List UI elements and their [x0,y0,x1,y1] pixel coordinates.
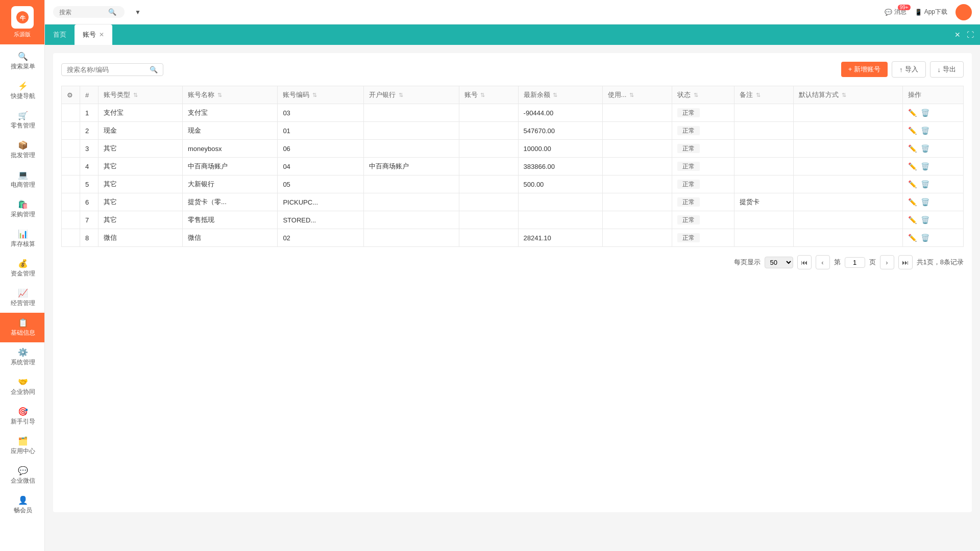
add-account-button[interactable]: + 新增账号 [841,62,888,77]
edit-icon-0[interactable]: ✏️ [908,109,917,117]
row-settlement-5 [794,193,903,211]
tab-expand-icon[interactable]: ⛶ [965,29,976,41]
row-type-3: 其它 [99,158,183,176]
app-download-button[interactable]: 📱 App下载 [915,8,947,16]
message-button[interactable]: 💬 消息 99+ [885,8,906,16]
row-name-5: 提货卡（零... [182,193,277,211]
row-actions-0: ✏️ 🗑️ [903,104,964,122]
export-button[interactable]: ↓ 导出 [930,61,964,78]
last-page-button[interactable]: ⏭ [898,255,913,269]
sidebar-item-app-center[interactable]: 🗂️应用中心 [0,431,44,461]
row-code-6: STORED... [278,211,364,229]
sidebar-item-member[interactable]: 👤畅会员 [0,490,44,520]
row-account-0 [459,104,518,122]
page-input[interactable] [845,257,865,268]
sidebar-item-quick-nav[interactable]: ⚡快捷导航 [0,76,44,106]
table-header-row: ⚙ # 账号类型 ⇅ 账号名称 ⇅ 账号编码 ⇅ 开户银行 ⇅ 账号 ⇅ 最新余… [62,86,964,104]
delete-icon-5[interactable]: 🗑️ [921,198,929,206]
row-settlement-3 [794,158,903,176]
sidebar-item-new-guide[interactable]: 🎯新手引导 [0,402,44,431]
edit-icon-2[interactable]: ✏️ [908,144,917,153]
sidebar-item-capital-mgmt[interactable]: 💰资金管理 [0,254,44,283]
tab-accounts[interactable]: 账号 ✕ [75,24,112,45]
import-button[interactable]: ↑ 导入 [892,61,926,78]
import-icon: ↑ [899,66,903,73]
row-status-4: 正常 [672,176,734,193]
delete-icon-7[interactable]: 🗑️ [921,234,929,242]
ops-mgmt-icon: 📈 [18,288,28,298]
biz-wechat-icon: 💬 [18,466,28,475]
delete-icon-1[interactable]: 🗑️ [921,127,929,135]
delete-icon-2[interactable]: 🗑️ [921,144,929,153]
tab-home-label: 首页 [53,30,66,39]
next-page-button[interactable]: › [880,255,894,269]
edit-icon-4[interactable]: ✏️ [908,180,917,188]
tab-accounts-label: 账号 [83,30,96,39]
sidebar-item-ops-mgmt[interactable]: 📈经营管理 [0,283,44,313]
col-account[interactable]: 账号 ⇅ [459,86,518,104]
col-settings[interactable]: ⚙ [62,86,80,104]
row-settlement-0 [794,104,903,122]
sidebar-item-retail-mgmt[interactable]: 🛒零售管理 [0,106,44,135]
row-type-0: 支付宝 [99,104,183,122]
account-search-input[interactable] [67,66,146,73]
account-search-wrap[interactable]: 🔍 [61,63,163,76]
row-settings-4 [62,176,80,193]
sidebar-item-ecom-mgmt[interactable]: 💻电商管理 [0,165,44,194]
col-type[interactable]: 账号类型 ⇅ [99,86,183,104]
table-row: 5 其它 大新银行 05 500.00 正常 ✏️ 🗑️ [62,176,964,193]
edit-icon-6[interactable]: ✏️ [908,216,917,224]
row-status-5: 正常 [672,193,734,211]
avatar[interactable] [955,4,972,20]
global-search-bar[interactable]: 🔍 [53,6,125,18]
tab-collapse-icon[interactable]: ✕ [952,29,963,41]
delete-icon-6[interactable]: 🗑️ [921,216,929,224]
row-type-6: 其它 [99,211,183,229]
edit-icon-5[interactable]: ✏️ [908,198,917,206]
row-status-2: 正常 [672,140,734,158]
tab-home[interactable]: 首页 [45,24,75,45]
col-code[interactable]: 账号编码 ⇅ [278,86,364,104]
row-usage-4 [602,176,672,193]
sidebar-item-wholesale-mgmt[interactable]: 📦批发管理 [0,135,44,165]
row-bank-3: 中百商场账户 [364,158,459,176]
app-icon: 📱 [915,9,922,16]
col-bank[interactable]: 开户银行 ⇅ [364,86,459,104]
sidebar-item-biz-agreement[interactable]: 🤝企业协同 [0,372,44,402]
col-status[interactable]: 状态 ⇅ [672,86,734,104]
sidebar-nav: 🔍搜索菜单⚡快捷导航🛒零售管理📦批发管理💻电商管理🛍️采购管理📊库存核算💰资金管… [0,44,44,551]
global-search-input[interactable] [59,9,105,16]
row-type-5: 其它 [99,193,183,211]
delete-icon-4[interactable]: 🗑️ [921,180,929,188]
sidebar-item-biz-wechat[interactable]: 💬企业微信 [0,461,44,490]
sidebar-item-purchase-mgmt[interactable]: 🛍️采购管理 [0,194,44,224]
row-index-3: 4 [80,158,99,176]
row-type-4: 其它 [99,176,183,193]
sidebar-item-search-menu[interactable]: 🔍搜索菜单 [0,46,44,76]
edit-icon-3[interactable]: ✏️ [908,162,917,170]
row-index-5: 6 [80,193,99,211]
sidebar-item-basic-info[interactable]: 📋基础信息 [0,313,44,342]
col-remark[interactable]: 备注 ⇅ [734,86,794,104]
delete-icon-3[interactable]: 🗑️ [921,162,929,170]
sidebar-item-label: 应用中心 [11,447,35,456]
edit-icon-1[interactable]: ✏️ [908,127,917,135]
header-dropdown[interactable]: ▼ [131,7,145,18]
sidebar-item-sys-mgmt[interactable]: ⚙️系统管理 [0,342,44,372]
col-name[interactable]: 账号名称 ⇅ [182,86,277,104]
search-icon: 🔍 [108,8,116,16]
prev-page-button[interactable]: ‹ [816,255,830,269]
row-bank-2 [364,140,459,158]
delete-icon-0[interactable]: 🗑️ [921,109,929,117]
col-default-settlement[interactable]: 默认结算方式 ⇅ [794,86,903,104]
sidebar-item-inventory-check[interactable]: 📊库存核算 [0,224,44,254]
sidebar-item-label: 新手引导 [11,417,35,426]
row-bank-0 [364,104,459,122]
tab-close-icon[interactable]: ✕ [99,31,104,38]
col-usage[interactable]: 使用... ⇅ [602,86,672,104]
first-page-button[interactable]: ⏮ [797,255,812,269]
per-page-select[interactable]: 50 100 [765,257,793,268]
col-balance[interactable]: 最新余额 ⇅ [518,86,602,104]
row-settlement-7 [794,229,903,247]
edit-icon-7[interactable]: ✏️ [908,234,917,242]
